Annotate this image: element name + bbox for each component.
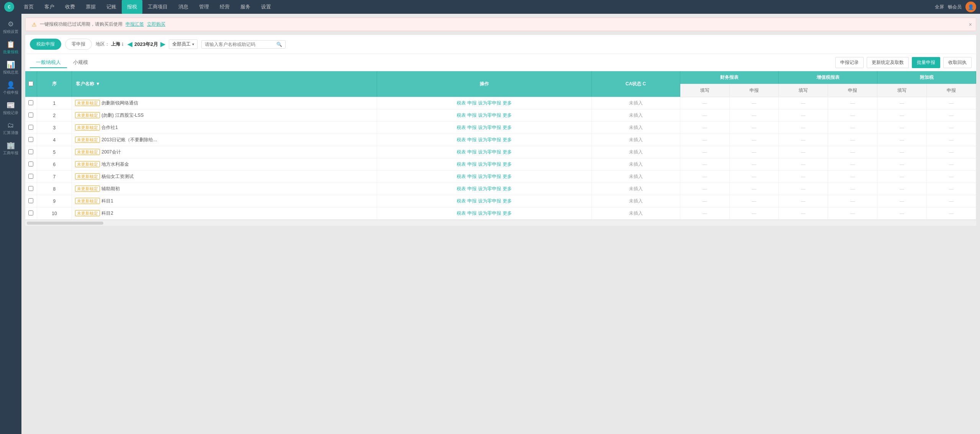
row-checkbox[interactable] [28, 149, 33, 154]
op-0[interactable]: 税表 [457, 149, 466, 155]
row-g2-report: — [828, 183, 877, 195]
op-3[interactable]: 更多 [503, 113, 512, 118]
op-2[interactable]: 设为零申报 [478, 210, 501, 216]
op-0[interactable]: 税表 [457, 125, 466, 130]
row-checkbox[interactable] [28, 162, 33, 166]
op-1[interactable]: 申报 [467, 125, 477, 130]
date-prev-button[interactable]: ◀ [127, 41, 132, 48]
op-3[interactable]: 更多 [503, 149, 512, 155]
banner-link2[interactable]: 立即购买 [147, 21, 165, 28]
nav-manage[interactable]: 管理 [194, 0, 214, 14]
op-2[interactable]: 设为零申报 [478, 137, 501, 142]
row-checkbox-cell [25, 207, 37, 220]
sidebar-item-annual-report[interactable]: 🏢 工商年报 [0, 138, 21, 158]
sidebar-item-personal-tax[interactable]: 👤 个税申报 [0, 78, 21, 98]
sidebar-item-batch-tax[interactable]: 📋 批量报税 [0, 37, 21, 57]
sidebar-item-settlement[interactable]: 🗂 汇算清缴 [0, 118, 21, 138]
row-checkbox[interactable] [28, 125, 33, 130]
op-2[interactable]: 设为零申报 [478, 100, 501, 106]
op-1[interactable]: 申报 [467, 210, 477, 216]
op-2[interactable]: 设为零申报 [478, 113, 501, 118]
op-2[interactable]: 设为零申报 [478, 149, 501, 155]
banner-link1[interactable]: 申报汇签 [126, 21, 144, 28]
date-next-button[interactable]: ▶ [160, 41, 165, 48]
fullscreen-button[interactable]: 全屏 [935, 4, 944, 10]
table-row: 8 未更新核定辅助期初 税表申报设为零申报更多 未插入 — — — — — — [25, 183, 976, 195]
col-finance-report: 申报 [729, 84, 779, 97]
banner-close-button[interactable]: × [969, 21, 972, 28]
row-checkbox[interactable] [28, 186, 33, 191]
sidebar-item-tax-settings[interactable]: ⚙ 报税设置 [0, 17, 21, 37]
op-0[interactable]: 税表 [457, 100, 466, 106]
tab-zero-declaration[interactable]: 零申报 [65, 39, 92, 50]
row-g2-report: — [828, 122, 877, 134]
op-3[interactable]: 更多 [503, 125, 512, 130]
nav-operation[interactable]: 经营 [214, 0, 235, 14]
op-2[interactable]: 设为零申报 [478, 174, 501, 179]
op-1[interactable]: 申报 [467, 162, 477, 167]
sidebar-item-tax-record[interactable]: 📰 报税记录 [0, 98, 21, 118]
vip-button[interactable]: 畅会员 [948, 4, 962, 10]
nav-home[interactable]: 首页 [18, 0, 39, 14]
row-g3-report: — [927, 134, 976, 146]
op-3[interactable]: 更多 [503, 100, 512, 106]
sidebar-label-batch-tax: 批量报税 [3, 49, 18, 54]
sidebar-item-tax-overview[interactable]: 📊 报税总览 [0, 57, 21, 78]
row-no: 2 [37, 109, 72, 122]
row-operations: 税表申报设为零申报更多 [377, 171, 591, 183]
btn-report-record[interactable]: 申报记录 [835, 57, 864, 68]
op-0[interactable]: 税表 [457, 137, 466, 142]
op-2[interactable]: 设为零申报 [478, 162, 501, 167]
op-3[interactable]: 更多 [503, 174, 512, 179]
row-checkbox[interactable] [28, 113, 33, 117]
row-checkbox[interactable] [28, 174, 33, 179]
op-1[interactable]: 申报 [467, 137, 477, 142]
select-all-checkbox[interactable] [28, 81, 33, 86]
row-checkbox[interactable] [28, 100, 33, 105]
op-1[interactable]: 申报 [467, 174, 477, 179]
btn-collect-receipt[interactable]: 收取回执 [943, 57, 972, 68]
tab-small-scale[interactable]: 小规模 [67, 57, 94, 68]
op-1[interactable]: 申报 [467, 100, 477, 106]
op-2[interactable]: 设为零申报 [478, 186, 501, 191]
btn-update-fetch[interactable]: 更新统定及取数 [867, 57, 909, 68]
op-1[interactable]: 申报 [467, 149, 477, 155]
op-1[interactable]: 申报 [467, 113, 477, 118]
sidebar-label-tax-overview: 报税总览 [3, 70, 18, 75]
op-3[interactable]: 更多 [503, 198, 512, 204]
op-0[interactable]: 税表 [457, 186, 466, 191]
op-3[interactable]: 更多 [503, 186, 512, 191]
sort-icon[interactable]: ▼ [96, 81, 100, 86]
tab-general-taxpayer[interactable]: 一般纳税人 [30, 57, 67, 68]
op-0[interactable]: 税表 [457, 113, 466, 118]
nav-message[interactable]: 消息 [173, 0, 194, 14]
op-2[interactable]: 设为零申报 [478, 125, 501, 130]
row-checkbox[interactable] [28, 198, 33, 203]
row-checkbox[interactable] [28, 137, 33, 142]
scroll-thumb[interactable] [27, 222, 103, 225]
op-1[interactable]: 申报 [467, 186, 477, 191]
nav-settings[interactable]: 设置 [256, 0, 276, 14]
nav-tax[interactable]: 报税 [122, 0, 142, 14]
op-0[interactable]: 税表 [457, 174, 466, 179]
nav-invoice[interactable]: 票据 [80, 0, 101, 14]
user-avatar[interactable]: 👤 [965, 2, 976, 12]
nav-client[interactable]: 客户 [39, 0, 60, 14]
op-2[interactable]: 设为零申报 [478, 198, 501, 204]
nav-fee[interactable]: 收费 [60, 0, 80, 14]
btn-batch-report[interactable]: 批量申报 [912, 57, 940, 68]
op-1[interactable]: 申报 [467, 198, 477, 204]
staff-selector[interactable]: 全部员工 ▾ [169, 39, 198, 49]
row-checkbox[interactable] [28, 210, 33, 215]
nav-account[interactable]: 记账 [101, 0, 122, 14]
op-0[interactable]: 税表 [457, 162, 466, 167]
op-0[interactable]: 税表 [457, 210, 466, 216]
op-3[interactable]: 更多 [503, 210, 512, 216]
op-0[interactable]: 税表 [457, 198, 466, 204]
op-3[interactable]: 更多 [503, 162, 512, 167]
search-input[interactable] [205, 42, 276, 47]
op-3[interactable]: 更多 [503, 137, 512, 142]
tab-tax-declaration[interactable]: 税款申报 [30, 39, 61, 50]
nav-business[interactable]: 工商项目 [142, 0, 173, 14]
nav-service[interactable]: 服务 [235, 0, 256, 14]
